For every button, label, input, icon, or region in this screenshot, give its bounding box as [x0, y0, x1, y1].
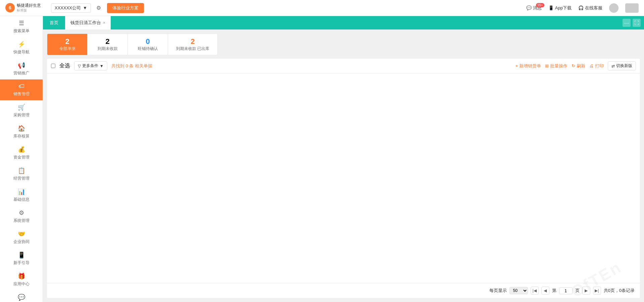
tab-cash-flow-workbench[interactable]: 钱货日清工作台 × [65, 16, 111, 29]
sidebar-item-wechat[interactable]: 💬 企业微信 [0, 290, 43, 302]
sidebar-item-search-menu[interactable]: ☰ 搜索菜单 [0, 16, 43, 37]
app-download-button[interactable]: 📱 App下载 [548, 5, 572, 11]
sidebar-label-quick-nav: 快捷导航 [13, 49, 30, 55]
sidebar-label-cooperation: 企业协同 [13, 239, 30, 245]
refresh-button[interactable]: ↻ 刷新 [572, 63, 585, 69]
sidebar-label-basic-info: 基础信息 [13, 197, 30, 202]
avatar[interactable] [609, 3, 619, 13]
last-page-button[interactable]: ▶| [593, 287, 601, 295]
sidebar-label-system: 系统管理 [13, 218, 30, 224]
sidebar-label-app-center: 应用中心 [13, 281, 30, 287]
sidebar-item-finance[interactable]: 💰 资金管理 [0, 142, 43, 164]
header-right: 💬 消息 99+ 📱 App下载 🎧 在线客服 [526, 3, 639, 13]
sidebar: ☰ 搜索菜单 ⚡ 快捷导航 📢 营销推广 🏷 销售管理 🛒 采购管理 🏠 库存核… [0, 16, 43, 302]
sidebar-item-guide[interactable]: 📱 新手引导 [0, 248, 43, 269]
toolbar: 全选 ▽ 更多条件 ▼ 共找到 0 条 相关单据 + [47, 59, 640, 73]
top-header: 6 畅捷通好生意 标准版 XXXXXX公司 ▼ ⚙ 体验行业方案 💬 消息 99… [0, 0, 644, 16]
filter-chevron-icon: ▼ [100, 64, 104, 68]
page-label: 第 [552, 288, 556, 294]
online-service-button[interactable]: 🎧 在线客服 [578, 5, 602, 11]
sidebar-item-basic-info[interactable]: 📊 基础信息 [0, 185, 43, 206]
message-icon: 💬 [526, 5, 532, 10]
user-name-display[interactable] [625, 3, 639, 13]
app-download-label: App下载 [555, 5, 572, 11]
guide-icon: 📱 [18, 251, 25, 259]
add-btn-label: 新增销货单 [519, 63, 541, 69]
headset-icon: 🎧 [578, 5, 584, 10]
stats-label-all: 全部单据 [55, 46, 79, 52]
logo-icon: 6 [5, 3, 15, 12]
sidebar-label-guide: 新手引导 [13, 260, 30, 266]
found-prefix: 共找到 [111, 63, 124, 68]
app-center-icon: 🎁 [18, 273, 25, 280]
refresh-label: 刷新 [577, 63, 585, 69]
table-container: 全选 ▽ 更多条件 ▼ 共找到 0 条 相关单据 + [47, 59, 640, 298]
filter-icon: ▽ [78, 64, 81, 68]
filter-label: 更多条件 [82, 63, 98, 69]
logo-area: 6 畅捷通好生意 标准版 [5, 3, 48, 12]
settings-gear-icon[interactable]: ⚙ [94, 3, 104, 13]
message-button[interactable]: 💬 消息 99+ [526, 5, 542, 11]
sidebar-item-app-center[interactable]: 🎁 应用中心 [0, 269, 43, 290]
stats-tab-overdue-unshipped[interactable]: 2 到期未收款 已出库 [168, 34, 217, 55]
next-page-button[interactable]: ▶ [582, 287, 590, 295]
content-area: 首页 钱货日清工作台 × — ⛶ 2 全部单据 2 到期未收款 [43, 16, 644, 302]
toolbar-right: + 新增销货单 ⊞ 批量操作 ↻ 刷新 🖨 [515, 61, 636, 70]
app-name: 畅捷通好生意 [17, 3, 41, 8]
chevron-down-icon: ▼ [83, 5, 87, 10]
sidebar-item-marketing[interactable]: 📢 营销推广 [0, 58, 43, 79]
total-info: 共0页，0条记录 [604, 288, 635, 294]
tab-bar-actions: — ⛶ [623, 19, 644, 27]
sidebar-label-sales: 销售管理 [13, 91, 30, 97]
quick-nav-icon: ⚡ [18, 41, 25, 48]
switch-version-button[interactable]: ⇄ 切换新版 [608, 61, 636, 70]
stats-tab-overdue-unpaid[interactable]: 2 到期未收款 [88, 34, 128, 55]
app-download-icon: 📱 [548, 5, 554, 10]
select-all-label: 全选 [59, 62, 70, 69]
sidebar-label-search-menu: 搜索菜单 [13, 28, 30, 34]
stats-num-overdue: 2 [96, 37, 119, 46]
tab-maximize-button[interactable]: ⛶ [633, 19, 641, 27]
filter-button[interactable]: ▽ 更多条件 ▼ [74, 61, 107, 70]
stats-num-unshipped: 2 [176, 37, 209, 46]
per-page-select[interactable]: 10 20 50 100 [509, 287, 528, 294]
basic-info-icon: 📊 [18, 188, 25, 195]
sidebar-item-quick-nav[interactable]: ⚡ 快捷导航 [0, 37, 43, 58]
sidebar-label-marketing: 营销推广 [13, 70, 30, 76]
sidebar-item-sales[interactable]: 🏷 销售管理 [0, 79, 43, 100]
tab-minimize-button[interactable]: — [623, 19, 631, 27]
tab-close-icon[interactable]: × [103, 20, 105, 25]
sidebar-item-cooperation[interactable]: 🤝 企业协同 [0, 227, 43, 248]
page-number-input[interactable] [559, 287, 573, 294]
stats-num-all: 2 [55, 37, 79, 46]
main-layout: ☰ 搜索菜单 ⚡ 快捷导航 📢 营销推广 🏷 销售管理 🛒 采购管理 🏠 库存核… [0, 16, 644, 302]
trial-button[interactable]: 体验行业方案 [107, 3, 144, 13]
sidebar-item-operations[interactable]: 📋 经营管理 [0, 164, 43, 185]
prev-page-button[interactable]: ◀ [541, 287, 549, 295]
select-all-checkbox[interactable] [51, 64, 55, 68]
batch-operation-button[interactable]: ⊞ 批量操作 [545, 63, 568, 69]
sidebar-item-inventory[interactable]: 🏠 库存核算 [0, 121, 43, 142]
operations-icon: 📋 [18, 167, 25, 174]
print-button[interactable]: 🖨 打印 [589, 63, 604, 69]
logo-text-group: 畅捷通好生意 标准版 [17, 3, 41, 12]
stats-tab-pending-confirm[interactable]: 0 旺铺待确认 [128, 34, 168, 55]
found-text: 共找到 0 条 相关单据 [111, 63, 152, 69]
add-sales-order-button[interactable]: + 新增销货单 [515, 63, 541, 69]
stats-label-unshipped: 到期未收款 已出库 [176, 46, 209, 52]
first-page-button[interactable]: |◀ [531, 287, 539, 295]
tab-home[interactable]: 首页 [43, 16, 65, 29]
finance-icon: 💰 [18, 146, 25, 153]
sales-icon: 🏷 [18, 83, 24, 90]
company-selector[interactable]: XXXXXX公司 ▼ [51, 3, 91, 13]
purchase-icon: 🛒 [18, 104, 25, 111]
batch-label: 批量操作 [550, 63, 568, 69]
sidebar-item-system[interactable]: ⚙ 系统管理 [0, 206, 43, 227]
page-content: 2 全部单据 2 到期未收款 0 旺铺待确认 2 到期未收款 已出库 [43, 29, 644, 302]
inventory-icon: 🏠 [18, 125, 25, 132]
stats-label-overdue: 到期未收款 [96, 46, 119, 52]
stats-tab-all[interactable]: 2 全部单据 [47, 34, 88, 55]
sidebar-item-purchase[interactable]: 🛒 采购管理 [0, 100, 43, 121]
per-page-label: 每页显示 [489, 288, 507, 294]
sidebar-label-finance: 资金管理 [13, 155, 30, 160]
